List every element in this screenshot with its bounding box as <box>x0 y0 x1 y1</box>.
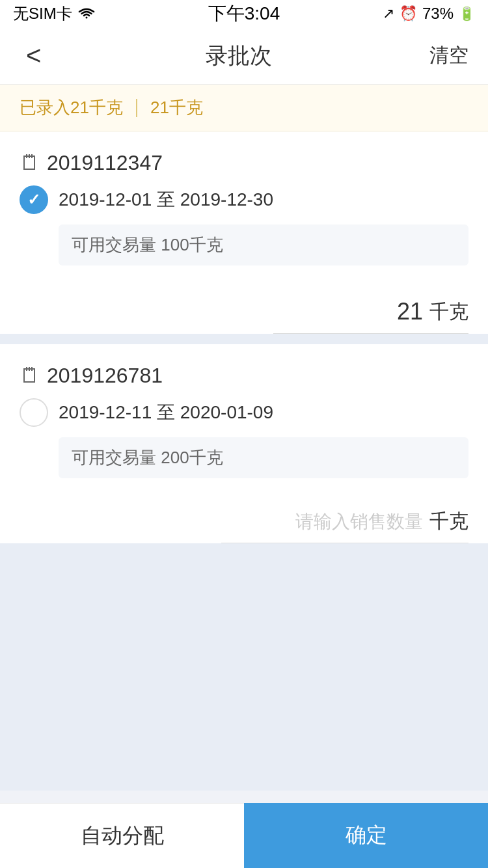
battery-icon: 🔋 <box>459 6 475 21</box>
batch-card-2: 🗒 2019126781 2019-12-11 至 2020-01-09 可用交… <box>0 344 488 543</box>
batch1-header: 🗒 2019112347 <box>20 151 468 175</box>
batch2-radio[interactable] <box>20 398 48 427</box>
battery-text: 73% <box>422 5 454 23</box>
batch2-date-row: 2019-12-11 至 2020-01-09 <box>20 398 468 427</box>
status-time: 下午3:04 <box>208 1 280 26</box>
wifi-icon <box>77 7 96 20</box>
batch2-header: 🗒 2019126781 <box>20 364 468 388</box>
batch2-input-wrapper: 请输入销售数量 千克 <box>221 508 468 543</box>
back-button[interactable]: < <box>20 34 47 77</box>
batch1-date-row: 2019-12-01 至 2019-12-30 <box>20 185 468 214</box>
batch2-icon: 🗒 <box>20 364 40 388</box>
batch1-quantity-value[interactable]: 21 <box>397 298 423 325</box>
batch1-icon: 🗒 <box>20 151 40 175</box>
page-title: 录批次 <box>206 41 272 71</box>
batch1-quantity-row: 21 千克 <box>0 285 488 334</box>
confirm-button[interactable]: 确定 <box>244 803 488 868</box>
info-banner: 已录入21千克 21千克 <box>0 85 488 131</box>
batch2-quantity-row: 请输入销售数量 千克 <box>0 498 488 543</box>
batch1-input-wrapper: 21 千克 <box>273 298 468 334</box>
batch1-available-qty: 可用交易量 100千克 <box>59 224 468 265</box>
background-area <box>0 543 488 791</box>
clear-button[interactable]: 清空 <box>429 42 468 69</box>
info-label: 已录入21千克 <box>20 96 123 119</box>
batch1-id: 2019112347 <box>47 151 163 175</box>
batch1-unit: 千克 <box>429 299 468 325</box>
bottom-bar: 自动分配 确定 <box>0 803 488 868</box>
batch2-unit: 千克 <box>429 508 468 535</box>
section-divider <box>0 334 488 344</box>
carrier-text: 无SIM卡 <box>13 3 72 24</box>
info-divider <box>136 99 137 117</box>
batch2-date: 2019-12-11 至 2020-01-09 <box>59 400 273 425</box>
info-value: 21千克 <box>150 96 203 119</box>
batch-card-1: 🗒 2019112347 2019-12-01 至 2019-12-30 可用交… <box>0 131 488 285</box>
batch1-date: 2019-12-01 至 2019-12-30 <box>59 187 273 212</box>
status-bar: 无SIM卡 下午3:04 ↗ ⏰ 73% 🔋 <box>0 0 488 27</box>
batch2-quantity-placeholder[interactable]: 请输入销售数量 <box>295 509 423 534</box>
batch2-id: 2019126781 <box>47 364 163 388</box>
alarm-icon: ⏰ <box>400 5 417 22</box>
batch1-radio[interactable] <box>20 185 48 214</box>
status-right: ↗ ⏰ 73% 🔋 <box>383 5 475 23</box>
location-icon: ↗ <box>383 5 394 22</box>
auto-distribute-button[interactable]: 自动分配 <box>0 803 244 868</box>
batch2-content: 🗒 2019126781 2019-12-11 至 2020-01-09 可用交… <box>0 344 488 498</box>
status-left: 无SIM卡 <box>13 3 96 24</box>
nav-bar: < 录批次 清空 <box>0 27 488 85</box>
batch2-available-qty: 可用交易量 200千克 <box>59 437 468 478</box>
